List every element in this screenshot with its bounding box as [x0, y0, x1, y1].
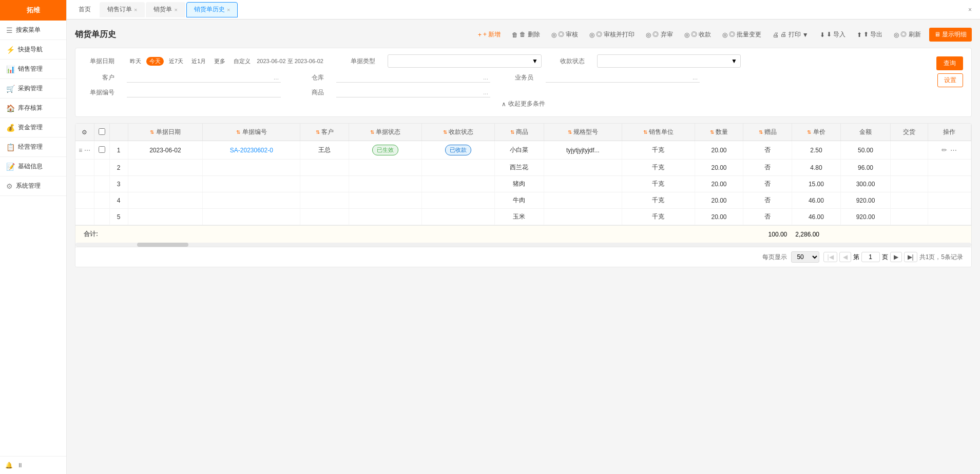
tab-sales-history-close[interactable]: ×	[227, 7, 230, 13]
delete-button[interactable]: 🗑 🗑 删除	[509, 28, 543, 41]
checkbox-cell[interactable]	[94, 141, 109, 160]
collapse-button[interactable]: ∧ 收起更多条件	[84, 97, 963, 110]
query-button[interactable]: 查询	[936, 56, 963, 70]
sidebar-item-basic-info[interactable]: 📝 基础信息	[0, 157, 66, 176]
qty-col-header[interactable]: ⇅ 数量	[695, 124, 743, 141]
spec-col-header[interactable]: ⇅ 规格型号	[544, 124, 622, 141]
notification-icon[interactable]: 🔔	[5, 462, 13, 469]
table-row[interactable]: 3猪肉千克20.00否15.00300.00	[75, 176, 971, 192]
sidebar-item-purchase-mgmt[interactable]: 🛒 采购管理	[0, 79, 66, 98]
last-page-btn[interactable]: ▶|	[904, 252, 917, 262]
tab-sales-order-close[interactable]: ×	[134, 7, 137, 13]
table-row[interactable]: 5玉米千克20.00否46.00920.00	[75, 209, 971, 225]
customer-col-header[interactable]: ⇅ 客户	[300, 124, 349, 141]
audit-button[interactable]: ◎ ◎ 审核	[548, 28, 581, 41]
next-page-btn[interactable]: ▶	[890, 252, 902, 262]
collect-status-select[interactable]: ▼	[597, 54, 741, 68]
salesperson-input[interactable]	[546, 73, 690, 82]
collect-status-input[interactable]	[601, 56, 731, 66]
pause-icon[interactable]: ⏸	[17, 462, 23, 469]
gift-col-header[interactable]: ⇅ 赠品	[743, 124, 792, 141]
per-page-select[interactable]: 50 100 200	[791, 251, 819, 263]
ops-cell[interactable]: ✏⋯	[928, 141, 971, 160]
chip-7days[interactable]: 近7天	[166, 57, 186, 66]
ops-cell[interactable]	[928, 209, 971, 225]
tab-sales-goods-close[interactable]: ×	[174, 7, 177, 13]
ops-cell[interactable]	[928, 160, 971, 176]
goods-col-header[interactable]: ⇅ 商品	[494, 124, 544, 141]
price-sort-icon[interactable]: ⇅	[807, 129, 811, 135]
audit-print-button[interactable]: ◎ ◎ 审核并打印	[586, 28, 638, 41]
sidebar-item-sales-mgmt[interactable]: 📊 销售管理	[0, 60, 66, 79]
sidebar-item-sys-mgmt[interactable]: ⚙ 系统管理	[0, 176, 66, 196]
checkbox-cell[interactable]	[94, 192, 109, 209]
sidebar-item-inventory[interactable]: 🏠 库存核算	[0, 98, 66, 118]
goods-sort-icon[interactable]: ⇅	[510, 129, 514, 135]
window-close-btn[interactable]: ×	[964, 6, 976, 13]
no-sort-icon[interactable]: ⇅	[236, 129, 240, 135]
refresh-button[interactable]: ◎ ◎ 刷新	[891, 28, 924, 41]
ops-cell[interactable]	[928, 176, 971, 192]
checkbox-col-header[interactable]	[94, 124, 109, 141]
ops-cell[interactable]	[928, 192, 971, 209]
customer-ellipsis[interactable]: ...	[272, 74, 281, 81]
tab-sales-goods[interactable]: 销货单 ×	[146, 2, 185, 17]
display-detail-button[interactable]: 🖥 显示明细	[929, 28, 972, 42]
unit-sort-icon[interactable]: ⇅	[643, 129, 647, 135]
sidebar-item-search-menu[interactable]: ☰ 搜索菜单	[0, 21, 66, 40]
customer-input[interactable]	[127, 73, 272, 82]
table-row[interactable]: 4牛肉千克20.00否46.00920.00	[75, 192, 971, 209]
first-page-btn[interactable]: |◀	[823, 252, 837, 262]
chip-1month[interactable]: 近1月	[188, 57, 209, 66]
customer-sort-icon[interactable]: ⇅	[316, 129, 320, 135]
warehouse-input[interactable]	[336, 73, 481, 82]
doc-no-input[interactable]	[127, 88, 281, 97]
select-all-checkbox[interactable]	[99, 128, 105, 135]
print-button[interactable]: 🖨 🖨 打印 ▼	[770, 28, 811, 41]
spec-sort-icon[interactable]: ⇅	[568, 129, 572, 135]
set-button[interactable]: 设置	[937, 73, 963, 87]
sidebar-item-finance[interactable]: 💰 资金管理	[0, 118, 66, 137]
warehouse-ellipsis[interactable]: ...	[481, 74, 490, 81]
sidebar-item-ops[interactable]: 📋 经营管理	[0, 137, 66, 157]
collect-status-col-header[interactable]: ⇅ 收款状态	[421, 124, 494, 141]
tab-home[interactable]: 首页	[71, 2, 99, 17]
chip-custom[interactable]: 自定义	[230, 57, 254, 66]
tab-sales-order[interactable]: 销售订单 ×	[100, 2, 145, 17]
price-col-header[interactable]: ⇅ 单价	[792, 124, 841, 141]
sidebar-item-quick-nav[interactable]: ⚡ 快捷导航	[0, 40, 66, 60]
qty-sort-icon[interactable]: ⇅	[710, 129, 714, 135]
export-button[interactable]: ⬆ ⬆ 导出	[854, 28, 886, 41]
doc-type-select[interactable]: ▼	[388, 54, 542, 68]
unit-col-header[interactable]: ⇅ 销售单位	[622, 124, 695, 141]
gift-sort-icon[interactable]: ⇅	[759, 129, 763, 135]
doc-status-col-header[interactable]: ⇅ 单据状态	[349, 124, 422, 141]
doc-type-input[interactable]	[391, 56, 532, 66]
goods-ellipsis[interactable]: ...	[481, 89, 490, 96]
collect-status-sort-icon[interactable]: ⇅	[443, 129, 447, 135]
import-button[interactable]: ⬇ ⬇ 导入	[817, 28, 849, 41]
checkbox-cell[interactable]	[94, 160, 109, 176]
goods-input[interactable]	[336, 88, 481, 97]
chip-yesterday[interactable]: 昨天	[127, 57, 144, 66]
doc-status-sort-icon[interactable]: ⇅	[370, 129, 374, 135]
date-sort-icon[interactable]: ⇅	[150, 129, 154, 135]
prev-page-btn[interactable]: ◀	[839, 252, 851, 262]
scrollbar-thumb[interactable]	[137, 243, 188, 247]
chip-more[interactable]: 更多	[211, 57, 228, 66]
salesperson-ellipsis[interactable]: ...	[690, 74, 700, 81]
page-input[interactable]	[861, 252, 880, 262]
checkbox-cell[interactable]	[94, 209, 109, 225]
edit-icon[interactable]: ✏	[941, 146, 947, 154]
batch-change-button[interactable]: ◎ ◎ 批量变更	[719, 28, 764, 41]
tab-sales-history[interactable]: 销货单历史 ×	[186, 2, 238, 17]
table-row[interactable]: 2西兰花千克20.00否4.8096.00	[75, 160, 971, 176]
chip-today[interactable]: 今天	[146, 57, 164, 66]
no-col-header[interactable]: ⇅ 单据编号	[203, 124, 300, 141]
collect-button[interactable]: ◎ ◎ 收款	[681, 28, 714, 41]
more-icon[interactable]: ⋯	[950, 146, 957, 154]
settings-col-header[interactable]: ⚙	[75, 124, 94, 141]
table-row[interactable]: ≡⋯12023-06-02SA-20230602-0王总已生效已收款小白菜tyj…	[75, 141, 971, 160]
new-button[interactable]: + + 新增	[475, 28, 504, 41]
abandon-button[interactable]: ◎ ◎ 弃审	[643, 28, 676, 41]
